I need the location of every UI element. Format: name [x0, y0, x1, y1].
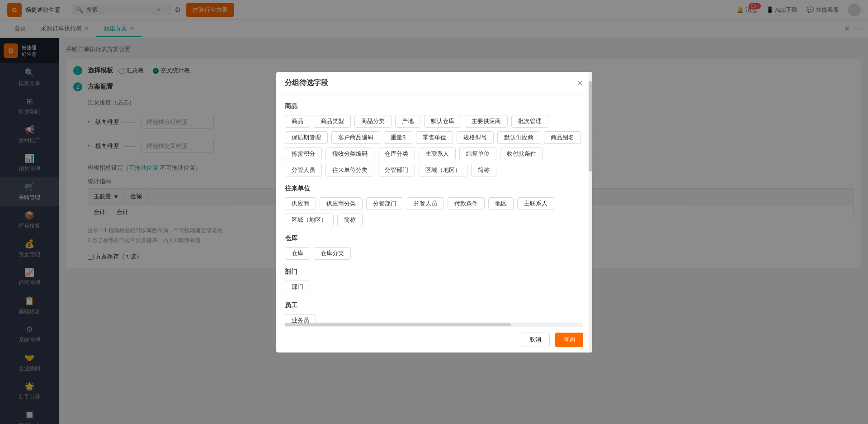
tag-main-supplier[interactable]: 主要供应商: [465, 115, 508, 128]
tag-origin[interactable]: 产地: [395, 115, 420, 128]
tag-salesperson[interactable]: 业务员: [285, 314, 316, 323]
modal-title: 分组待选字段: [285, 78, 328, 88]
tag-weight[interactable]: 重量3: [384, 131, 412, 144]
section-partner-tags: 供应商 供应商分类 分管部门 分管人员 付款条件 地区 主联系人 区域（地区） …: [285, 197, 583, 226]
modal-overlay: 分组待选字段 ✕ 商品 商品 商品类型 商品分类 产地 默认仓库 主要供应商 批…: [0, 0, 868, 424]
section-dept-title: 部门: [285, 268, 583, 276]
section-goods-title: 商品: [285, 102, 583, 110]
modal: 分组待选字段 ✕ 商品 商品 商品类型 商品分类 产地 默认仓库 主要供应商 批…: [276, 72, 592, 353]
tag-region-partner[interactable]: 地区: [488, 197, 514, 210]
tag-partner-category[interactable]: 往来单位分类: [326, 164, 374, 176]
tag-warehouse-cat[interactable]: 仓库分类: [314, 247, 351, 260]
section-warehouse-tags: 仓库 仓库分类: [285, 247, 583, 260]
tag-pick-points[interactable]: 拣货积分: [285, 148, 322, 160]
tag-default-warehouse[interactable]: 默认仓库: [424, 115, 461, 128]
tag-short-name-partner[interactable]: 简称: [337, 214, 363, 226]
tag-expiry-mgmt[interactable]: 保质期管理: [285, 131, 328, 144]
tag-tax-code[interactable]: 税收分类编码: [326, 148, 374, 160]
modal-horizontal-scrollbar-thumb: [285, 323, 511, 326]
tag-goods-alias[interactable]: 商品别名: [544, 131, 581, 144]
tag-batch-mgmt[interactable]: 批次管理: [511, 115, 548, 128]
modal-footer: 取消 查询: [276, 327, 592, 353]
tag-main-contact[interactable]: 主联系人: [419, 148, 456, 160]
section-goods-tags: 商品 商品类型 商品分类 产地 默认仓库 主要供应商 批次管理 保质期管理 客户…: [285, 115, 583, 176]
tag-managed-dept[interactable]: 分管部门: [378, 164, 415, 176]
section-employee: 员工 业务员: [285, 301, 583, 323]
tag-payment-condition[interactable]: 付款条件: [448, 197, 485, 210]
tag-goods-type[interactable]: 商品类型: [314, 115, 351, 128]
section-partner-title: 往来单位: [285, 185, 583, 193]
tag-goods[interactable]: 商品: [285, 115, 310, 128]
modal-confirm-button[interactable]: 查询: [555, 333, 583, 347]
tag-region-partner2[interactable]: 区域（地区）: [285, 214, 334, 226]
tag-supervisor[interactable]: 分管人员: [285, 164, 322, 176]
tag-warehouse-category[interactable]: 仓库分类: [378, 148, 415, 160]
section-partner: 往来单位 供应商 供应商分类 分管部门 分管人员 付款条件 地区 主联系人 区域…: [285, 185, 583, 226]
modal-cancel-button[interactable]: 取消: [521, 333, 550, 347]
tag-payment-terms[interactable]: 收付款条件: [500, 148, 543, 160]
modal-horizontal-scrollbar[interactable]: [285, 323, 583, 327]
modal-body[interactable]: 商品 商品 商品类型 商品分类 产地 默认仓库 主要供应商 批次管理 保质期管理…: [276, 95, 592, 323]
tag-short-name-goods[interactable]: 简称: [471, 164, 496, 176]
tag-main-contact-partner[interactable]: 主联系人: [517, 197, 554, 210]
section-employee-tags: 业务员: [285, 314, 583, 323]
tag-supplier-category[interactable]: 供应商分类: [320, 197, 363, 210]
section-goods: 商品 商品 商品类型 商品分类 产地 默认仓库 主要供应商 批次管理 保质期管理…: [285, 102, 583, 176]
tag-person-managed[interactable]: 分管人员: [407, 197, 444, 210]
tag-dept-managed[interactable]: 分管部门: [366, 197, 403, 210]
modal-vertical-scrollbar[interactable]: [589, 72, 592, 353]
modal-close-button[interactable]: ✕: [576, 78, 583, 88]
modal-vertical-scrollbar-thumb: [589, 81, 592, 172]
tag-region-goods[interactable]: 区域（地区）: [419, 164, 467, 176]
tag-retail-unit[interactable]: 零售单位: [416, 131, 453, 144]
tag-spec-model[interactable]: 规格型号: [457, 131, 494, 144]
section-dept-tags: 部门: [285, 281, 583, 293]
section-warehouse: 仓库 仓库 仓库分类: [285, 234, 583, 260]
tag-customer-code[interactable]: 客户商品编码: [331, 131, 380, 144]
tag-warehouse[interactable]: 仓库: [285, 247, 310, 260]
tag-dept[interactable]: 部门: [285, 281, 310, 293]
tag-goods-category[interactable]: 商品分类: [354, 115, 392, 128]
tag-settlement-unit[interactable]: 结算单位: [459, 148, 496, 160]
section-dept: 部门 部门: [285, 268, 583, 293]
section-employee-title: 员工: [285, 301, 583, 310]
tag-default-supplier[interactable]: 默认供应商: [497, 131, 540, 144]
modal-header: 分组待选字段 ✕: [276, 72, 592, 95]
section-warehouse-title: 仓库: [285, 234, 583, 243]
tag-supplier[interactable]: 供应商: [285, 197, 316, 210]
